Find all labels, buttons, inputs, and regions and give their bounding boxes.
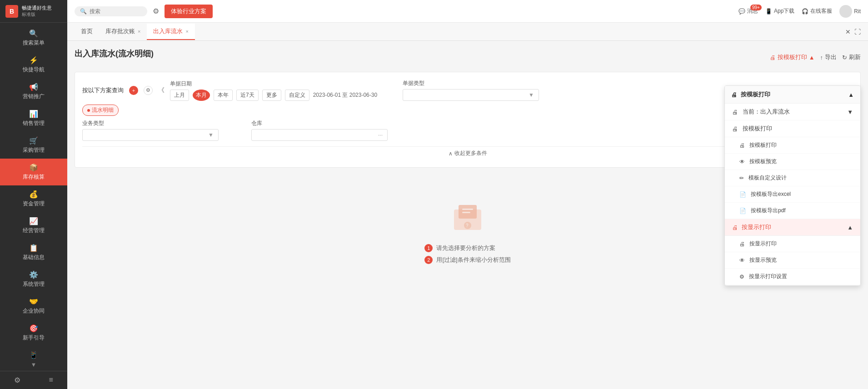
quick-nav-icon: ⚡ bbox=[29, 56, 38, 65]
dropdown-template-print-item[interactable]: 🖨 按模板打印 bbox=[725, 137, 860, 154]
user-avatar-button[interactable]: Rit bbox=[839, 5, 861, 18]
tab-batch-account[interactable]: 库存批次账 × bbox=[99, 24, 147, 40]
date-filter-options: 上月 本月 本年 近7天 更多 自定义 2023-06-01 至 2023-06… bbox=[170, 90, 397, 101]
dropdown-display-print-header[interactable]: 🖨 按显示打印 ▲ bbox=[725, 219, 860, 236]
export-button[interactable]: ↑ 导出 bbox=[820, 53, 837, 61]
display-print-settings-label: 按显示打印设置 bbox=[749, 273, 787, 280]
user-name: Rit bbox=[854, 8, 861, 15]
tab-close-icon[interactable]: ✕ bbox=[845, 28, 851, 35]
dropdown-template-customize[interactable]: ✏ 模板自定义设计 bbox=[725, 170, 860, 186]
message-icon: 💬 bbox=[738, 8, 745, 15]
inventory-icon: 📦 bbox=[29, 163, 38, 172]
display-preview-icon: 👁 bbox=[739, 257, 745, 264]
sidebar-item-sales[interactable]: 📊 销售管理 bbox=[0, 105, 67, 132]
type-select[interactable]: ▼ bbox=[403, 89, 539, 101]
sidebar-item-app-center[interactable]: 📱 应用中心 bbox=[0, 346, 67, 359]
page-title: 出入库流水(流水明细) bbox=[75, 48, 154, 59]
dropdown-display-print-settings[interactable]: ⚙ 按显示打印设置 bbox=[725, 269, 860, 285]
sidebar-item-marketing[interactable]: 📢 营销推广 bbox=[0, 78, 67, 105]
dropdown-template-print-header[interactable]: 🖨 按模板打印 bbox=[725, 120, 860, 137]
sidebar-item-purchase[interactable]: 🛒 采购管理 bbox=[0, 132, 67, 159]
collapse-label: 收起更多条件 bbox=[454, 150, 487, 157]
step2-text: 用[过滤]条件来缩小分析范围 bbox=[436, 256, 510, 264]
filter-add-btn[interactable]: + bbox=[129, 86, 138, 95]
sidebar-item-basic[interactable]: 📋 基础信息 bbox=[0, 239, 67, 266]
page-header-actions: 🖨 按模板打印 ▲ ↑ 导出 ↻ 刷新 bbox=[770, 53, 861, 61]
dropdown-title: 按模板打印 bbox=[741, 90, 770, 99]
system-icon: ⚙️ bbox=[29, 270, 38, 279]
sidebar-item-label: 快捷导航 bbox=[23, 66, 45, 74]
print-label: 按模板打印 bbox=[778, 53, 807, 61]
display-print-chevron: ▲ bbox=[847, 224, 853, 231]
date-btn-more[interactable]: 更多 bbox=[262, 90, 281, 101]
dropdown-display-export-excel[interactable]: 📄 按显示导出excel bbox=[725, 285, 860, 285]
tab-flow-close[interactable]: × bbox=[185, 29, 188, 34]
tab-flow-label: 出入库流水 bbox=[153, 27, 183, 35]
message-button[interactable]: 💬 消息 99+ bbox=[738, 7, 758, 15]
menu-bottom-icon[interactable]: ≡ bbox=[49, 376, 53, 384]
sidebar-item-label: 销售管理 bbox=[23, 120, 45, 127]
dropdown-current[interactable]: 🖨 当前：出入库流水 ▼ bbox=[725, 104, 860, 120]
dropdown-scroll: 🖨 当前：出入库流水 ▼ 🖨 按模板打印 🖨 按模板打印 👁 按模板预览 bbox=[725, 104, 860, 285]
warehouse-select[interactable]: ··· bbox=[251, 129, 388, 141]
dropdown-display-print-item[interactable]: 🖨 按显示打印 bbox=[725, 236, 860, 252]
sidebar-item-label: 基础信息 bbox=[23, 254, 45, 261]
sidebar-item-quick-nav[interactable]: ⚡ 快捷导航 bbox=[0, 51, 67, 78]
date-btn-7days[interactable]: 近7天 bbox=[236, 90, 259, 101]
tab-flow[interactable]: 出入库流水 × bbox=[147, 24, 195, 40]
refresh-label: 刷新 bbox=[849, 53, 861, 61]
tab-batch-account-close[interactable]: × bbox=[138, 29, 140, 34]
tab-home-label: 首页 bbox=[81, 27, 93, 35]
sidebar-item-search[interactable]: 🔍 搜索菜单 bbox=[0, 25, 67, 51]
filter-settings-btn[interactable]: ⚙ bbox=[144, 86, 153, 95]
dropdown-template-export-pdf[interactable]: 📄 按模板导出pdf bbox=[725, 203, 860, 219]
template-pdf-label: 按模板导出pdf bbox=[751, 207, 786, 214]
trial-button[interactable]: 体验行业方案 bbox=[165, 5, 213, 18]
svg-text:?: ? bbox=[466, 223, 469, 228]
print-button[interactable]: 🖨 按模板打印 ▲ bbox=[770, 53, 815, 61]
sidebar-item-cooperation[interactable]: 🤝 企业协同 bbox=[0, 293, 67, 319]
topbar: 🔍 ⚙ 体验行业方案 💬 消息 99+ 📱 App下载 🎧 在线客服 Rit bbox=[67, 0, 868, 23]
guide-icon: 🎯 bbox=[29, 324, 38, 333]
sidebar-item-label: 新手引导 bbox=[23, 334, 45, 342]
search-nav-icon: 🔍 bbox=[29, 29, 38, 38]
business-type-select[interactable]: ▼ bbox=[82, 129, 219, 141]
tab-home[interactable]: 首页 bbox=[75, 24, 99, 40]
template-customize-label: 模板自定义设计 bbox=[748, 174, 787, 182]
svg-rect-3 bbox=[462, 212, 470, 213]
app-download-button[interactable]: 📱 App下载 bbox=[765, 7, 794, 15]
basic-icon: 📋 bbox=[29, 244, 38, 252]
sidebar-scroll-down[interactable]: ▼ bbox=[0, 359, 67, 371]
dropdown-template-preview[interactable]: 👁 按模板预览 bbox=[725, 154, 860, 170]
tab-expand-icon[interactable]: ⛶ bbox=[854, 28, 861, 35]
step1-text: 请先选择要分析的方案 bbox=[436, 244, 495, 252]
type-filter-field: 单据类型 ▼ bbox=[403, 80, 548, 101]
date-btn-this-year[interactable]: 本年 bbox=[214, 90, 233, 101]
settings-bottom-icon[interactable]: ⚙ bbox=[14, 376, 20, 384]
topbar-search-box[interactable]: 🔍 bbox=[75, 6, 147, 16]
sidebar-item-system[interactable]: ⚙️ 系统管理 bbox=[0, 266, 67, 293]
sidebar-item-guide[interactable]: 🎯 新手引导 bbox=[0, 319, 67, 346]
date-btn-custom[interactable]: 自定义 bbox=[285, 90, 309, 101]
date-btn-this-month[interactable]: 本月 bbox=[193, 90, 210, 101]
sidebar-bottom: ⚙ ≡ bbox=[0, 371, 67, 389]
date-btn-last-month[interactable]: 上月 bbox=[170, 90, 189, 101]
business-type-label: 业务类型 bbox=[82, 120, 228, 127]
sidebar-item-finance[interactable]: 💰 资金管理 bbox=[0, 185, 67, 212]
display-print-header-icon: 🖨 bbox=[732, 224, 738, 231]
dropdown-template-export-excel[interactable]: 📄 按模板导出excel bbox=[725, 186, 860, 203]
tag-label: 流水明细 bbox=[92, 106, 114, 114]
sidebar-item-inventory[interactable]: 📦 库存核算 bbox=[0, 159, 67, 185]
main-area: 🔍 ⚙ 体验行业方案 💬 消息 99+ 📱 App下载 🎧 在线客服 Rit bbox=[67, 0, 868, 389]
refresh-icon: ↻ bbox=[842, 54, 847, 61]
dropdown-panel: 🖨 按模板打印 ▲ 🖨 当前：出入库流水 ▼ 🖨 按模板打印 bbox=[724, 85, 861, 286]
dropdown-display-preview[interactable]: 👁 按显示预览 bbox=[725, 252, 860, 269]
sidebar-item-operations[interactable]: 📈 经营管理 bbox=[0, 212, 67, 239]
filter-collapse-btn[interactable]: 《 bbox=[158, 86, 165, 95]
template-customize-icon: ✏ bbox=[739, 175, 744, 181]
refresh-button[interactable]: ↻ 刷新 bbox=[842, 53, 861, 61]
search-input[interactable] bbox=[90, 8, 142, 15]
online-service-button[interactable]: 🎧 在线客服 bbox=[802, 7, 832, 15]
date-field-label: 单据日期 bbox=[170, 80, 397, 88]
gear-icon[interactable]: ⚙ bbox=[153, 7, 159, 15]
